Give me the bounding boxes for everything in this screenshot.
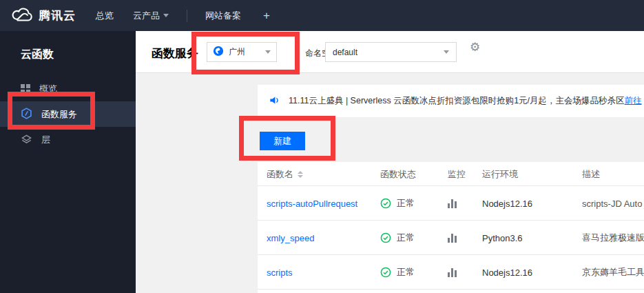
region-selector[interactable]: 广州 [207, 42, 277, 62]
sidebar-item-function-service[interactable]: 函数服务 [0, 101, 136, 127]
add-tab-button[interactable]: + [263, 9, 270, 23]
chevron-down-icon [163, 14, 169, 17]
table-row: scripts 正常 Nodejs12.16 京东薅羊毛工具 [258, 255, 644, 290]
monitor-bars-icon[interactable] [448, 267, 457, 277]
brand[interactable]: 腾讯云 [0, 7, 86, 25]
check-circle-icon [380, 267, 391, 278]
nav-item-products[interactable]: 云产品 [133, 10, 169, 22]
speaker-icon [269, 94, 280, 108]
column-header-name: 函数名 [267, 168, 303, 181]
table-row: scripts-autoPullrequest 正常 Nodejs12.16 s… [258, 186, 644, 221]
function-name-link[interactable]: scripts-autoPullrequest [267, 198, 357, 208]
check-circle-icon [380, 198, 391, 209]
namespace-selector[interactable]: default [325, 42, 457, 62]
monitor-bars-icon[interactable] [448, 199, 457, 208]
description-cell: scripts-JD Auto P [582, 198, 644, 208]
sidebar: 云函数 概览 函数服务 层 [0, 31, 136, 293]
region-value: 广州 [229, 46, 245, 58]
status-text: 正常 [397, 266, 415, 279]
nav-beian-label: 网站备案 [205, 10, 241, 22]
nav-overview-label: 总览 [96, 10, 114, 22]
globe-icon [213, 46, 224, 59]
column-label: 函数名 [267, 168, 293, 181]
monitor-bars-icon[interactable] [448, 233, 457, 243]
check-circle-icon [380, 232, 391, 243]
sidebar-title: 云函数 [0, 31, 136, 76]
banner-text: 11.11云上盛典 | Serverless 云函数冰点折扣资源包限时抢购1元/… [289, 95, 625, 107]
column-header-status: 函数状态 [380, 168, 416, 181]
status-text: 正常 [397, 197, 415, 210]
function-table: 函数名 函数状态 监控 运行环境 描述 scripts-autoPullrequ… [258, 162, 644, 293]
sort-icon[interactable] [298, 171, 303, 178]
description-cell: 喜马拉雅极速版刷 [582, 232, 644, 244]
sidebar-item-overview[interactable]: 概览 [0, 76, 136, 101]
description-cell: 京东薅羊毛工具 [582, 266, 644, 279]
nav-products-label: 云产品 [133, 10, 160, 22]
chevron-down-icon [265, 50, 271, 54]
sidebar-item-layers[interactable]: 层 [0, 127, 136, 152]
nav-item-overview[interactable]: 总览 [96, 10, 114, 22]
table-header: 函数名 函数状态 监控 运行环境 描述 [258, 162, 644, 186]
function-name-link[interactable]: scripts [267, 267, 293, 277]
page-header: 函数服务 广州 命名空间: default ⚙ [136, 31, 644, 73]
create-button[interactable]: 新建 [260, 132, 305, 150]
runtime-cell: Nodejs12.16 [482, 267, 532, 277]
function-name-link[interactable]: xmly_speed [267, 232, 314, 243]
table-row: xmly_speed 正常 Python3.6 喜马拉雅极速版刷 [258, 221, 644, 255]
column-header-desc: 描述 [582, 168, 600, 181]
runtime-cell: Nodejs12.16 [482, 198, 532, 208]
chevron-down-icon [444, 50, 449, 54]
top-navbar: 腾讯云 总览 云产品 网站备案 + [0, 0, 644, 31]
namespace-value: default [333, 48, 357, 57]
sidebar-item-label: 函数服务 [41, 108, 77, 121]
brand-name: 腾讯云 [39, 8, 76, 23]
column-header-monitor: 监控 [448, 168, 466, 181]
gear-icon[interactable]: ⚙ [470, 40, 480, 54]
promo-banner: 11.11云上盛典 | Serverless 云函数冰点折扣资源包限时抢购1元/… [258, 85, 644, 117]
status-cell: 正常 [380, 266, 415, 279]
nav-divider [187, 10, 187, 22]
sidebar-item-label: 层 [41, 134, 50, 146]
function-hexagon-icon [21, 108, 32, 121]
layers-icon [21, 133, 32, 147]
cloud-logo-icon [10, 7, 32, 25]
runtime-cell: Python3.6 [482, 232, 523, 243]
status-text: 正常 [397, 232, 415, 244]
status-cell: 正常 [380, 197, 415, 210]
column-header-runtime: 运行环境 [482, 168, 518, 181]
table-body: scripts-autoPullrequest 正常 Nodejs12.16 s… [258, 186, 644, 290]
sidebar-item-label: 概览 [39, 83, 57, 95]
nav-item-beian[interactable]: 网站备案 [205, 10, 241, 22]
banner-link[interactable]: 前往 [625, 95, 642, 107]
grid-icon [21, 84, 30, 94]
status-cell: 正常 [380, 232, 415, 244]
page-title: 函数服务 [152, 46, 198, 61]
